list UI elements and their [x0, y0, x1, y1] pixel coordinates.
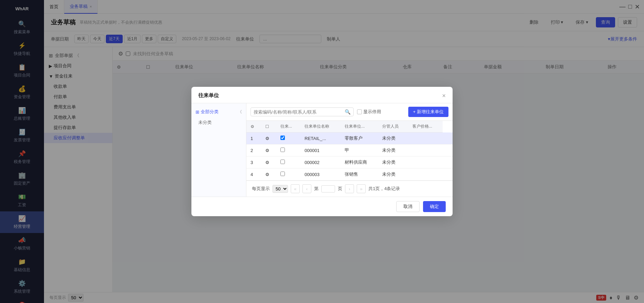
row-checkbox[interactable] [276, 132, 301, 144]
row-number: 3 [246, 156, 261, 168]
dialog-left-collapse-icon[interactable]: 《 [238, 109, 242, 115]
row-price-level [443, 144, 453, 156]
dialog-table-row[interactable]: 1 ⚙ RETAIL_... 零散客户 未分类 [246, 132, 453, 144]
show-disabled-label[interactable]: 显示停用 [357, 109, 381, 115]
per-page-label: 每页显示 [252, 186, 270, 192]
row-code: RETAIL_... [300, 132, 341, 144]
first-page-button[interactable]: « [291, 184, 300, 193]
row-code: 000002 [300, 156, 341, 168]
page-label: 第 [314, 186, 319, 192]
row-code: 000001 [300, 144, 341, 156]
dialog-left-item-uncategorized[interactable]: 未分类 [191, 117, 246, 128]
row-manager [408, 132, 443, 144]
row-manager [408, 144, 443, 156]
partner-search-input[interactable] [254, 109, 345, 115]
confirm-button[interactable]: 确定 [423, 201, 446, 212]
total-records: 共1页，4条记录 [368, 186, 400, 192]
dialog-body: ⊞ 全部分类 《 未分类 🔍 显示停 [191, 103, 453, 197]
dialog-table: ⚙ ☐ 往来... 往来单位名称 往来单位... 分管人员 客户价格... [246, 121, 453, 180]
row-code: 000003 [300, 168, 341, 180]
dialog-col-select: ☐ [261, 121, 276, 132]
dialog-col-name: 往来单位名称 [300, 121, 341, 132]
dialog-title: 往来单位 [198, 92, 219, 99]
dialog-table-row[interactable]: 2 ⚙ 000001 甲 未分类 [246, 144, 453, 156]
dialog-right-panel: 🔍 显示停用 + 新增往来单位 ⚙ ☐ [246, 103, 453, 197]
row-manager [408, 156, 443, 168]
row-name: 张销售 [341, 168, 378, 180]
row-category: 未分类 [378, 144, 408, 156]
row-name: 材料供应商 [341, 156, 378, 168]
dialog-left-header-label: 全部分类 [201, 109, 219, 115]
dialog-left-header: ⊞ 全部分类 《 [191, 107, 246, 117]
cancel-button[interactable]: 取消 [396, 201, 420, 212]
add-partner-button[interactable]: + 新增往来单位 [408, 107, 448, 117]
row-name: 零散客户 [341, 132, 378, 144]
row-checkbox[interactable] [276, 168, 301, 180]
dialog-left-panel: ⊞ 全部分类 《 未分类 [191, 103, 246, 197]
dialog-footer: 取消 确定 [191, 197, 453, 216]
row-category: 未分类 [378, 132, 408, 144]
last-page-button[interactable]: » [357, 184, 366, 193]
row-price-level [443, 156, 453, 168]
dialog-table-row[interactable]: 3 ⚙ 000002 材料供应商 未分类 [246, 156, 453, 168]
dialog-col-manager: 分管人员 [378, 121, 408, 132]
dialog-col-code: 往来... [276, 121, 301, 132]
dialog-col-category: 往来单位... [341, 121, 378, 132]
search-icon[interactable]: 🔍 [345, 109, 351, 115]
dialog-table-row[interactable]: 4 ⚙ 000003 张销售 未分类 [246, 168, 453, 180]
row-settings-icon: ⚙ [261, 144, 276, 156]
row-category: 未分类 [378, 168, 408, 180]
prev-page-button[interactable]: ‹ [302, 184, 311, 193]
row-settings-icon: ⚙ [261, 132, 276, 144]
dialog-col-price-level: 客户价格... [408, 121, 443, 132]
row-category: 未分类 [378, 156, 408, 168]
row-settings-icon: ⚙ [261, 168, 276, 180]
next-page-button[interactable]: › [345, 184, 354, 193]
row-checkbox[interactable] [276, 144, 301, 156]
row-price-level [443, 168, 453, 180]
dialog-pagination: 每页显示 50 « ‹ 第 1 页 › » 共1页，4条记录 [246, 180, 453, 197]
per-page-select[interactable]: 50 [273, 185, 288, 193]
search-input-wrap: 🔍 [251, 107, 354, 116]
row-price-level [443, 132, 453, 144]
row-manager [408, 168, 443, 180]
row-number: 4 [246, 168, 261, 180]
row-number: 1 [246, 132, 261, 144]
dialog-close-button[interactable]: × [442, 93, 446, 99]
dialog-col-settings: ⚙ [246, 121, 261, 132]
dialog-table-wrap: ⚙ ☐ 往来... 往来单位名称 往来单位... 分管人员 客户价格... [246, 121, 453, 180]
row-number: 2 [246, 144, 261, 156]
row-checkbox[interactable] [276, 156, 301, 168]
show-disabled-checkbox[interactable] [357, 109, 362, 114]
partner-dialog: 往来单位 × ⊞ 全部分类 《 未分类 [191, 87, 453, 216]
dialog-header: 往来单位 × [191, 87, 453, 103]
dialog-search-bar: 🔍 显示停用 + 新增往来单位 [246, 103, 453, 121]
page-end-label: 页 [338, 186, 342, 192]
page-number-input[interactable]: 1 [321, 185, 335, 193]
row-name: 甲 [341, 144, 378, 156]
dialog-overlay: 往来单位 × ⊞ 全部分类 《 未分类 [0, 0, 644, 303]
row-settings-icon: ⚙ [261, 156, 276, 168]
